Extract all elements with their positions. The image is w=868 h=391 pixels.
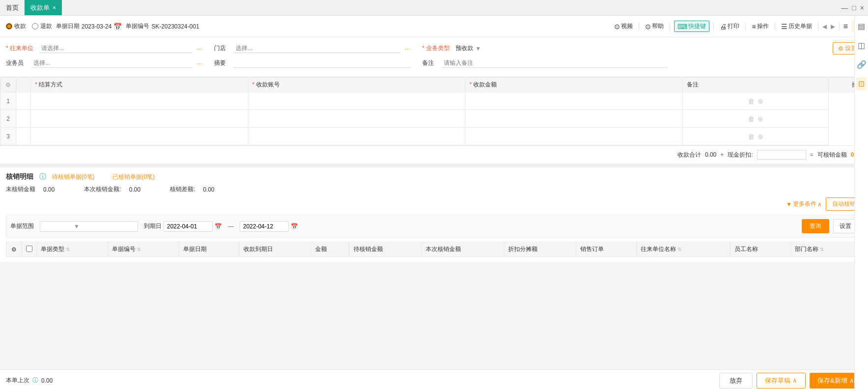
discount-input[interactable] (757, 150, 806, 160)
unverified-label: 未核销金额 (6, 185, 35, 194)
abandon-button[interactable]: 放弃 (719, 373, 753, 389)
refund-radio[interactable]: 退款 (32, 22, 52, 30)
row-3-copy-btn[interactable]: ⊕ (758, 133, 763, 140)
verify-th-employee: 员工名称 (730, 242, 790, 257)
row-3-remark[interactable] (465, 128, 683, 145)
row-2-account[interactable] (31, 110, 248, 128)
sidebar-link-icon[interactable]: 🔗 (855, 58, 868, 71)
store-input[interactable] (234, 44, 401, 53)
salesperson-input[interactable] (31, 58, 192, 68)
date-from-calendar-icon[interactable]: 📅 (215, 223, 222, 230)
row-1-delete-btn[interactable]: 🗑 (748, 97, 755, 105)
more-conditions-btn[interactable]: ▼ 更多条件 ∧ (786, 200, 822, 208)
counterpart-input[interactable] (39, 44, 192, 53)
date-value[interactable]: 2023-03-24 (81, 23, 111, 30)
shortcut-button[interactable]: ⌨ 快捷键 (674, 21, 709, 32)
auto-verify-label: 自动核销 (832, 200, 856, 207)
diff-value: 0.00 (203, 186, 214, 193)
row-2-num: 2 (0, 110, 16, 128)
verified-tab[interactable]: 已核销单据(0笔) (112, 173, 155, 181)
row-2-amount[interactable] (248, 110, 465, 128)
bottom-value: 0.00 (41, 377, 53, 384)
verify-counterpart-sort[interactable]: ⇅ (678, 247, 681, 252)
date-to-input[interactable] (240, 221, 289, 232)
sidebar-table-icon[interactable]: ▤ (856, 20, 867, 33)
stats-separator-2 (152, 185, 158, 194)
range-select[interactable]: ▼ (40, 221, 138, 232)
row-2-delete-btn[interactable]: 🗑 (748, 115, 755, 123)
salesperson-more-icon[interactable]: ··· (196, 59, 202, 67)
verify-select-all[interactable] (26, 246, 32, 252)
business-type-chevron[interactable]: ▼ (475, 45, 481, 52)
tab-close-icon[interactable]: × (53, 4, 56, 11)
verify-th-checkbox[interactable] (22, 242, 37, 257)
history-button[interactable]: ☰ 历史单据 (779, 21, 814, 31)
form-area: * 往来单位 ··· 门店 ··· * 业务类型 预收款 ▼ ⚙ (0, 37, 868, 77)
tab-receipt[interactable]: 收款单 × (25, 0, 62, 15)
bottom-info-label: 本单上次 (6, 376, 29, 385)
list-view-icon[interactable]: ≡ (843, 22, 848, 31)
row-1-settlement[interactable] (16, 92, 31, 110)
verify-dept-sort[interactable]: ⇅ (820, 247, 824, 252)
bottom-info-icon[interactable]: ⓘ (32, 376, 38, 385)
row-3-amount[interactable] (248, 128, 465, 145)
operation-button[interactable]: ≡ 操作 (750, 21, 770, 31)
receive-radio[interactable]: 收款 (6, 22, 26, 30)
row-1-remark[interactable] (465, 92, 683, 110)
tab-bar: 首页 收款单 × — □ × (0, 0, 868, 16)
verify-th-pending: 待核销金额 (350, 242, 421, 257)
sidebar-doc-icon[interactable]: ◫ (856, 39, 867, 52)
print-button[interactable]: 🖨 打印 (718, 21, 741, 31)
query-button[interactable]: 查询 (802, 219, 829, 233)
verify-number-sort[interactable]: ⇅ (137, 247, 141, 252)
row-3-account[interactable] (31, 128, 248, 145)
filter-right: 查询 设置 (802, 219, 858, 233)
settlement-header-label: 结算方式 (39, 81, 62, 88)
tab-home-label: 首页 (6, 3, 19, 12)
nav-next-icon[interactable]: ▶ (831, 23, 835, 30)
store-more-icon[interactable]: ··· (405, 45, 410, 53)
refund-radio-input[interactable] (32, 23, 38, 29)
verify-title: 核销明细 (6, 172, 33, 181)
row-3-settlement[interactable] (16, 128, 31, 145)
video-button[interactable]: ⊙ 视频 (612, 21, 635, 31)
row-1-account[interactable] (31, 92, 248, 110)
table-gear-icon[interactable]: ⚙ (5, 82, 11, 88)
number-value[interactable]: SK-20230324-001 (151, 23, 199, 30)
row-2-remark[interactable] (465, 110, 683, 128)
date-to-calendar-icon[interactable]: 📅 (291, 223, 298, 230)
table-remark-label: 备注 (687, 81, 699, 88)
verify-th-current: 本次核销金额 (421, 242, 504, 257)
row-2-settlement[interactable] (16, 110, 31, 128)
current-verify-value: 0.00 (129, 186, 140, 193)
counterpart-more-icon[interactable]: ··· (196, 45, 202, 53)
row-1-copy-btn[interactable]: ⊕ (758, 97, 763, 105)
total-value: 0.00 (705, 151, 716, 158)
receive-radio-input[interactable] (6, 23, 12, 29)
help-button[interactable]: ⊙ 帮助 (643, 21, 666, 31)
pending-tab[interactable]: 待核销单据(0笔) (52, 173, 95, 181)
row-2-copy-btn[interactable]: ⊕ (758, 115, 763, 123)
plus-sign: + (720, 151, 724, 158)
summary-input[interactable] (234, 58, 410, 68)
remark-input[interactable] (442, 58, 668, 68)
nav-prev-icon[interactable]: ◀ (822, 23, 827, 30)
verify-number-label: 单据编号 (112, 246, 136, 252)
tab-home[interactable]: 首页 (0, 0, 25, 15)
window-close-icon[interactable]: × (860, 4, 864, 12)
window-maximize-icon[interactable]: □ (852, 4, 856, 12)
verify-info-icon[interactable]: ⓘ (39, 172, 46, 181)
row-3-delete-btn[interactable]: 🗑 (748, 133, 755, 140)
verify-th-date: 单据日期 (179, 242, 239, 257)
verify-th-gear[interactable]: ⚙ (6, 242, 22, 257)
table-account-header: * 收款账号 (248, 78, 465, 92)
sidebar-expand-icon[interactable]: ⊡ (856, 77, 867, 90)
save-draft-button[interactable]: 保存草稿 ∧ (757, 373, 806, 389)
verify-type-sort[interactable]: ⇅ (66, 247, 70, 252)
row-1-amount[interactable] (248, 92, 465, 110)
window-minimize-icon[interactable]: — (841, 4, 848, 12)
verify-amount-label: 可核销金额 (817, 151, 847, 159)
table-gear-header[interactable]: ⚙ (0, 78, 16, 92)
date-from-input[interactable] (163, 221, 213, 232)
calendar-icon[interactable]: 📅 (113, 23, 122, 30)
